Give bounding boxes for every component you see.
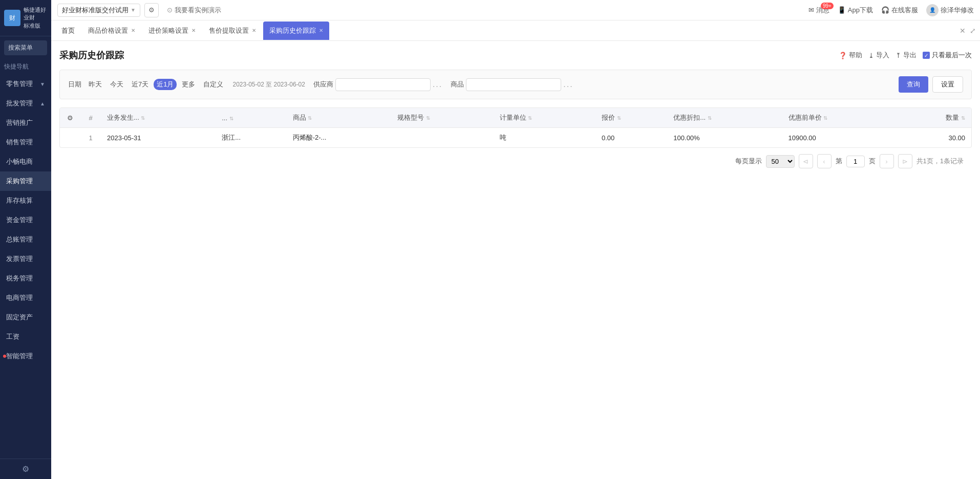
- th-more[interactable]: ...: [216, 108, 287, 128]
- version-selector[interactable]: 好业财标准版交付试用 ▼: [57, 4, 140, 17]
- tab-close-strategy[interactable]: ✕: [191, 28, 196, 33]
- th-discount[interactable]: 优惠折扣...: [667, 108, 782, 128]
- sidebar-item-assets[interactable]: 固定资产: [0, 308, 51, 327]
- date-filter-label: 日期: [68, 80, 81, 89]
- th-goods[interactable]: 商品: [287, 108, 391, 128]
- sidebar-menu: 零售管理 ▼ 批发管理 ▲ 营销推广 销售管理 小畅电商 采购管理 库存核算 资…: [0, 74, 51, 459]
- app-logo: 财 畅捷通好业财 标准版: [0, 0, 51, 36]
- sidebar-item-smart[interactable]: 智能管理: [0, 346, 51, 366]
- supplier-input[interactable]: [335, 78, 431, 91]
- chevron-down-icon: ▼: [40, 81, 45, 87]
- tab-close-sale-price[interactable]: ✕: [252, 28, 256, 33]
- sidebar-item-sales[interactable]: 销售管理: [0, 133, 51, 152]
- th-unit[interactable]: 计量单位: [494, 108, 596, 128]
- close-window-button[interactable]: ✕: [960, 27, 966, 35]
- goods-more-icon[interactable]: ...: [563, 80, 573, 89]
- tab-bar: 首页 商品价格设置 ✕ 进价策略设置 ✕ 售价提取设置 ✕ 采购历史价跟踪 ✕ …: [51, 20, 980, 41]
- header-settings-button[interactable]: ⚙: [144, 3, 159, 17]
- sidebar-item-inventory[interactable]: 库存核算: [0, 191, 51, 210]
- sidebar-item-ecom[interactable]: 电商管理: [0, 288, 51, 308]
- export-link[interactable]: ⤒ 导出: [896, 51, 917, 60]
- date-opt-7days[interactable]: 近7天: [129, 79, 152, 90]
- logo-icon: 财: [4, 10, 20, 26]
- th-gear[interactable]: ⚙: [60, 108, 80, 128]
- tab-close-purchase-history[interactable]: ✕: [319, 28, 323, 33]
- sidebar-item-tax[interactable]: 税务管理: [0, 269, 51, 288]
- sidebar-search[interactable]: 搜索菜单: [0, 36, 51, 59]
- goods-input[interactable]: [466, 78, 561, 91]
- header-right: ✉ 消息 99+ 📱 App下载 🎧 在线客服 👤 徐泽华修改: [808, 4, 974, 16]
- tab-bar-right: ✕ ⤢: [960, 27, 976, 35]
- th-num: #: [80, 108, 101, 128]
- settings-icon[interactable]: ⚙: [5, 464, 46, 474]
- settings-button[interactable]: 设置: [932, 76, 963, 93]
- tab-sale-price[interactable]: 售价提取设置 ✕: [203, 21, 262, 40]
- tab-strategy[interactable]: 进价策略设置 ✕: [142, 21, 202, 40]
- tab-purchase-history[interactable]: 采购历史价跟踪 ✕: [263, 21, 329, 40]
- page-next-button[interactable]: ›: [880, 154, 894, 168]
- tab-close-price[interactable]: ✕: [131, 28, 135, 33]
- gear-icon: ⚙: [148, 6, 155, 14]
- th-unit-price[interactable]: 优惠前单价: [782, 108, 900, 128]
- avatar: 👤: [926, 4, 939, 16]
- page-number-input[interactable]: [846, 156, 865, 167]
- sidebar-item-invoice[interactable]: 发票管理: [0, 249, 51, 269]
- page-actions: ❓ 帮助 ⤓ 导入 ⤒ 导出 只看最后一次: [839, 51, 972, 60]
- sidebar-item-wholesale[interactable]: 批发管理 ▲: [0, 94, 51, 113]
- date-opt-today[interactable]: 今天: [107, 79, 126, 90]
- app-download-button[interactable]: 📱 App下载: [838, 6, 873, 15]
- message-button[interactable]: ✉ 消息 99+: [808, 6, 829, 15]
- phone-icon: 📱: [838, 6, 846, 14]
- sidebar-item-salary[interactable]: 工资: [0, 327, 51, 346]
- logo-text: 畅捷通好业财 标准版: [24, 6, 47, 30]
- data-table: ⚙ # 业务发生... ... 商品: [60, 108, 971, 147]
- search-menu-button[interactable]: 搜索菜单: [4, 40, 47, 55]
- td-unit-price: 10900.00: [782, 128, 900, 148]
- date-opt-more[interactable]: 更多: [179, 79, 198, 90]
- query-button[interactable]: 查询: [899, 76, 928, 93]
- last-only-checkbox[interactable]: [923, 52, 930, 59]
- message-badge: 99+: [821, 3, 834, 9]
- online-service-button[interactable]: 🎧 在线客服: [881, 6, 918, 15]
- page-content: 采购历史价跟踪 ❓ 帮助 ⤓ 导入 ⤒ 导出: [51, 41, 980, 479]
- maximize-window-button[interactable]: ⤢: [970, 27, 976, 35]
- sidebar-item-purchase[interactable]: 采购管理: [0, 171, 51, 191]
- user-menu-button[interactable]: 👤 徐泽华修改: [926, 4, 974, 16]
- date-opt-custom[interactable]: 自定义: [200, 79, 226, 90]
- th-date[interactable]: 业务发生...: [101, 108, 216, 128]
- td-qty: 30.00: [900, 128, 971, 148]
- page-last-button[interactable]: ⊳: [898, 154, 912, 168]
- page-label: 第: [836, 157, 842, 166]
- page-size-label: 每页显示: [735, 157, 762, 166]
- message-icon: ✉: [808, 6, 814, 14]
- page-first-button[interactable]: ⊲: [799, 154, 813, 168]
- sidebar-item-finance[interactable]: 资金管理: [0, 210, 51, 230]
- date-opt-yesterday[interactable]: 昨天: [86, 79, 105, 90]
- td-discount: 100.00%: [667, 128, 782, 148]
- tab-price[interactable]: 商品价格设置 ✕: [82, 21, 141, 40]
- import-link[interactable]: ⤓ 导入: [868, 51, 889, 60]
- main-content: 好业财标准版交付试用 ▼ ⚙ 我要看实例演示 ✉ 消息 99+ 📱 App下载 …: [51, 0, 980, 479]
- demo-button[interactable]: 我要看实例演示: [167, 6, 221, 15]
- table-row: 1 2023-05-31 浙江... 丙烯酸-2-... 吨 0.00 100.…: [60, 128, 971, 148]
- th-price[interactable]: 报价: [595, 108, 667, 128]
- sidebar-item-retail[interactable]: 零售管理 ▼: [0, 74, 51, 94]
- page-unit: 页: [869, 157, 876, 166]
- date-range-display: 2023-05-02 至 2023-06-02: [232, 80, 305, 89]
- supplier-more-icon[interactable]: ...: [433, 80, 442, 89]
- help-link[interactable]: ❓ 帮助: [839, 51, 862, 60]
- top-header: 好业财标准版交付试用 ▼ ⚙ 我要看实例演示 ✉ 消息 99+ 📱 App下载 …: [51, 0, 980, 20]
- th-qty[interactable]: 数量: [900, 108, 971, 128]
- td-unit: 吨: [494, 128, 596, 148]
- page-prev-button[interactable]: ‹: [817, 154, 832, 168]
- tab-home[interactable]: 首页: [55, 21, 81, 40]
- last-only-checkbox-row[interactable]: 只看最后一次: [923, 51, 972, 60]
- th-spec[interactable]: 规格型号: [391, 108, 494, 128]
- sidebar-item-marketing[interactable]: 营销推广: [0, 113, 51, 133]
- sidebar-bottom: ⚙: [0, 459, 51, 479]
- page-size-select[interactable]: 50 10 20 100: [766, 155, 795, 168]
- sidebar-item-ecom-small[interactable]: 小畅电商: [0, 152, 51, 171]
- quicknav-button[interactable]: 快捷导航: [0, 59, 51, 74]
- sidebar-item-ledger[interactable]: 总账管理: [0, 230, 51, 249]
- date-opt-1month[interactable]: 近1月: [154, 79, 177, 90]
